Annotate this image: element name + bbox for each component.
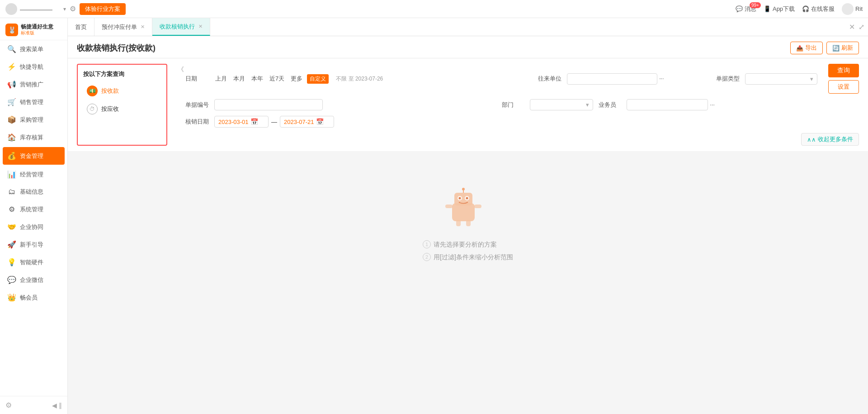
empty-hints: 1 请先选择要分析的方案 2 用[过滤]条件来缩小分析范围 (423, 238, 513, 263)
content-area: 首页 预付冲应付单 ✕ 收款核销执行 ✕ ✕ ⤢ 收款核销执行(按收款) (68, 18, 868, 414)
export-icon: 📤 (796, 45, 803, 52)
date-this-month-button[interactable]: 本月 (231, 74, 247, 84)
refresh-icon: 🔄 (832, 45, 840, 52)
receipt-icon: 💵 (87, 86, 98, 96)
sidebar-label-hardware: 智能硬件 (20, 258, 43, 266)
dept-select[interactable]: ▾ (530, 99, 593, 110)
sidebar-item-guide[interactable]: 🚀 新手引导 (0, 236, 67, 253)
sidebar-label-basic: 基础信息 (20, 188, 43, 196)
app-download-button[interactable]: 📱 App下载 (764, 5, 795, 13)
refresh-button[interactable]: 🔄 刷新 (826, 42, 859, 54)
search-icon: 🔍 (7, 45, 16, 53)
sidebar-item-sales[interactable]: 🛒 销售管理 (0, 93, 67, 111)
sales-icon: 🛒 (7, 98, 16, 106)
sidebar-collapse-button[interactable]: ◀ ‖ (52, 402, 62, 409)
message-button[interactable]: 💬 消息 99+ (736, 5, 756, 13)
sidebar-item-basic[interactable]: 🗂 基础信息 (0, 183, 67, 200)
voucher-no-label: 单据编号 (185, 101, 209, 109)
query-button[interactable]: 查询 (828, 64, 859, 77)
filter-panel: 按以下方案查询 💵 按收款 ⏱ 按应收 《 (68, 58, 868, 151)
filter-row-2: 单据编号 部门 ▾ 业务员 ··· (185, 99, 859, 110)
filter-option-by-receivable[interactable]: ⏱ 按应收 (83, 101, 161, 117)
voucher-type-select[interactable]: ▾ (745, 73, 817, 85)
collapse-more-button[interactable]: ∧∧ 收起更多条件 (801, 133, 859, 146)
sidebar-label-inventory: 库存核算 (20, 133, 43, 142)
setting-button[interactable]: 设置 (828, 80, 859, 94)
export-button[interactable]: 📤 导出 (790, 42, 823, 54)
sidebar-item-search[interactable]: 🔍 搜索菜单 (0, 40, 67, 58)
voucher-no-input[interactable] (214, 99, 323, 110)
filter-option-receipt-label: 按收款 (101, 87, 119, 95)
avatar (842, 3, 854, 15)
counterparty-input[interactable] (567, 73, 657, 85)
sidebar-item-finance[interactable]: 💰 资金管理 (3, 147, 65, 165)
sidebar-item-member[interactable]: 👑 畅会员 (0, 289, 67, 306)
sidebar-item-hardware[interactable]: 💡 智能硬件 (0, 253, 67, 271)
staff-more-icon[interactable]: ··· (710, 101, 714, 109)
voucher-type-label: 单据类型 (716, 75, 740, 83)
sidebar-item-purchase[interactable]: 📦 采购管理 (0, 111, 67, 128)
sidebar-bottom: ⚙ ◀ ‖ (0, 396, 67, 414)
filter-more-row: ∧∧ 收起更多条件 (185, 133, 859, 146)
filter-collapse-button[interactable]: 《 (176, 64, 185, 146)
tab-verify-close-icon[interactable]: ✕ (198, 24, 203, 29)
sidebar-label-system: 系统管理 (20, 205, 43, 214)
verify-date-end-value: 2023-07-21 (284, 119, 314, 125)
message-icon: 💬 (736, 5, 743, 12)
calendar-start-icon: 📅 (250, 118, 258, 125)
filter-option-by-receipt[interactable]: 💵 按收款 (83, 83, 161, 99)
tab-verify[interactable]: 收款核销执行 ✕ (152, 18, 210, 36)
settings-icon[interactable]: ⚙ (5, 401, 12, 409)
date-more-button[interactable]: 更多 (289, 74, 304, 84)
date-no-limit-label: 不限 至 2023-07-26 (336, 75, 383, 83)
counterparty-more-icon[interactable]: ··· (659, 75, 664, 83)
date-this-year-button[interactable]: 本年 (250, 74, 265, 84)
svg-rect-9 (474, 205, 481, 208)
logo-placeholder-text: ▬▬▬▬▬▬ (20, 6, 52, 12)
finance-icon: 💰 (7, 152, 16, 160)
sidebar-item-collab[interactable]: 🤝 企业协同 (0, 218, 67, 236)
sidebar-item-manage[interactable]: 📊 经营管理 (0, 166, 67, 183)
page-header: 收款核销执行(按收款) 📤 导出 🔄 刷新 (68, 36, 868, 58)
hint-num-2: 2 (423, 253, 431, 261)
staff-label: 业务员 (599, 101, 621, 109)
sidebar-item-wechat[interactable]: 💬 企业微信 (0, 271, 67, 289)
dropdown-arrow-icon[interactable]: ▾ (63, 6, 66, 12)
date-range-separator: — (271, 119, 277, 125)
online-service-label: 在线客服 (811, 5, 835, 13)
tab-prepay[interactable]: 预付冲应付单 ✕ (94, 18, 152, 36)
sidebar-item-marketing[interactable]: 📢 营销推广 (0, 76, 67, 93)
basic-icon: 🗂 (7, 188, 16, 196)
tab-prepay-close-icon[interactable]: ✕ (141, 24, 145, 30)
filter-fields: 日期 上月 本月 本年 近7天 更多 自定义 不限 至 2023-07-26 (185, 64, 859, 146)
date-last-month-button[interactable]: 上月 (213, 74, 229, 84)
marketing-icon: 📢 (7, 80, 16, 89)
page-title: 收款核销执行(按收款) (77, 43, 156, 53)
wechat-icon: 💬 (7, 276, 16, 284)
verify-date-start-input[interactable]: 2023-03-01 📅 (214, 116, 269, 128)
filter-row-1: 日期 上月 本月 本年 近7天 更多 自定义 不限 至 2023-07-26 (185, 64, 859, 94)
solution-button[interactable]: 体验行业方案 (80, 3, 126, 15)
hint-item-1: 1 请先选择要分析的方案 (423, 238, 513, 251)
staff-input[interactable] (627, 99, 708, 110)
sidebar-item-system[interactable]: ⚙ 系统管理 (0, 200, 67, 218)
tab-expand-icon[interactable]: ⤢ (859, 23, 864, 31)
gear-icon[interactable]: ⚙ (70, 5, 76, 13)
filter-action-buttons: 查询 设置 (828, 64, 859, 94)
tab-verify-label: 收款核销执行 (160, 23, 195, 31)
sidebar-item-inventory[interactable]: 🏠 库存核算 (0, 128, 67, 146)
date-custom-button[interactable]: 自定义 (307, 74, 329, 84)
sidebar-item-quicknav[interactable]: ⚡ 快捷导航 (0, 58, 67, 76)
top-bar-right: 💬 消息 99+ 📱 App下载 🎧 在线客服 Rit (736, 3, 863, 15)
svg-rect-11 (466, 220, 471, 226)
collab-icon: 🤝 (7, 223, 16, 231)
user-area[interactable]: Rit (842, 3, 863, 15)
tab-home[interactable]: 首页 (68, 18, 94, 36)
collapse-up-icon: ∧∧ (807, 136, 816, 143)
verify-date-end-input[interactable]: 2023-07-21 📅 (280, 116, 334, 128)
collapse-left-icon: 《 (178, 66, 184, 74)
tab-close-all-icon[interactable]: ✕ (849, 23, 855, 31)
online-service-button[interactable]: 🎧 在线客服 (802, 5, 835, 13)
sidebar-label-wechat: 企业微信 (20, 276, 43, 284)
date-7days-button[interactable]: 近7天 (268, 74, 286, 84)
